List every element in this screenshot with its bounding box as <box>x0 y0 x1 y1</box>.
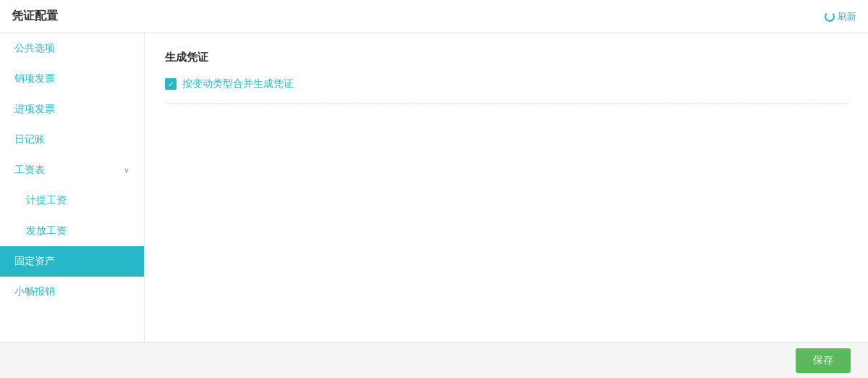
footer: 保存 <box>0 342 868 378</box>
sidebar-item-public-options[interactable]: 公共选项 <box>0 33 144 64</box>
content-area: 生成凭证 ✓ 按变动类型合并生成凭证 <box>145 33 868 342</box>
merge-checkbox[interactable]: ✓ <box>165 78 176 90</box>
sidebar-item-fixed-assets[interactable]: 固定资产 <box>0 246 144 277</box>
sidebar-item-payroll-table[interactable]: 工资表∨ <box>0 155 144 185</box>
sidebar-item-label: 固定资产 <box>14 255 55 268</box>
sidebar-item-sales-invoice[interactable]: 销项发票 <box>0 64 144 94</box>
checkbox-row: ✓ 按变动类型合并生成凭证 <box>165 77 848 91</box>
refresh-button[interactable]: 刷新 <box>825 10 856 23</box>
sidebar-item-label: 公共选项 <box>14 42 55 55</box>
save-button[interactable]: 保存 <box>796 348 851 373</box>
sidebar-item-label: 销项发票 <box>14 72 55 85</box>
sidebar-item-purchase-invoice[interactable]: 进项发票 <box>0 94 144 125</box>
sidebar-item-accrued-salary[interactable]: 计提工资 <box>0 185 144 216</box>
refresh-icon <box>825 12 835 22</box>
sidebar-item-label: 小畅报销 <box>14 285 55 298</box>
sidebar-item-label: 计提工资 <box>26 194 67 207</box>
refresh-label: 刷新 <box>838 10 856 23</box>
section-divider <box>165 104 848 104</box>
sidebar-item-label: 日记账 <box>14 133 45 146</box>
section-title: 生成凭证 <box>165 51 848 64</box>
check-mark-icon: ✓ <box>168 80 174 88</box>
sidebar-item-label: 发放工资 <box>26 224 67 238</box>
sidebar: 公共选项销项发票进项发票日记账工资表∨计提工资发放工资固定资产小畅报销 <box>0 33 145 342</box>
sidebar-item-journal[interactable]: 日记账 <box>0 125 144 155</box>
header: 凭证配置 刷新 <box>0 0 868 33</box>
page-wrapper: 凭证配置 刷新 公共选项销项发票进项发票日记账工资表∨计提工资发放工资固定资产小… <box>0 0 868 378</box>
page-title: 凭证配置 <box>12 9 58 24</box>
sidebar-item-pay-salary[interactable]: 发放工资 <box>0 216 144 246</box>
sidebar-item-label: 工资表 <box>14 164 45 177</box>
sidebar-item-label: 进项发票 <box>14 103 55 116</box>
chevron-down-icon: ∨ <box>124 166 129 175</box>
sidebar-item-expense-reimbursement[interactable]: 小畅报销 <box>0 277 144 307</box>
checkbox-label[interactable]: 按变动类型合并生成凭证 <box>182 77 294 91</box>
main-area: 公共选项销项发票进项发票日记账工资表∨计提工资发放工资固定资产小畅报销 生成凭证… <box>0 33 868 342</box>
